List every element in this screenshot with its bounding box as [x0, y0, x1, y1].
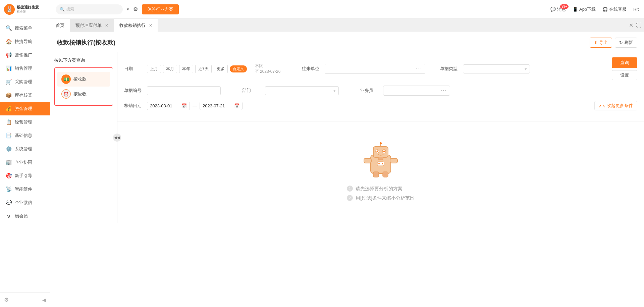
calendar-end-icon[interactable]: 📅	[234, 103, 239, 108]
refresh-btn[interactable]: ↻ 刷新	[615, 38, 637, 48]
message-icon: 💬	[550, 7, 556, 12]
filter-rows: 日期 上月 本月 本年 近7天 更多 自定义	[117, 52, 644, 121]
query-option-payment[interactable]: 💵 按收款	[57, 72, 110, 87]
service-icon: 🎧	[602, 7, 608, 12]
logo: 🐰 畅捷通好生意 标准版	[0, 0, 50, 19]
filter-actions: 查询 设置	[605, 57, 637, 80]
svg-rect-1	[373, 147, 388, 157]
sidebar-item-hardware[interactable]: 📡 智能硬件	[0, 183, 50, 196]
left-query-panel: 按以下方案查询 💵 按收款 ⏰ 按应收 ◀◀	[50, 52, 117, 223]
collapse-icon: ∧∧	[599, 103, 605, 108]
expand-tab-icon[interactable]: ⛶	[636, 22, 641, 29]
svg-point-5	[383, 151, 385, 152]
filter-verify-date: 核销日期 📅 — 📅	[124, 102, 243, 110]
tab-receipt[interactable]: 收款核销执行 ✕	[114, 19, 158, 32]
topbar-gear-icon[interactable]: ⚙	[133, 6, 138, 12]
svg-rect-11	[373, 172, 379, 177]
app-download-btn[interactable]: 📱 App下载	[573, 6, 596, 12]
query-options-container: 💵 按收款 ⏰ 按应收	[54, 67, 113, 106]
topbar-right: 💬 消息 99+ 📱 App下载 🎧 在线客服 Rit	[550, 6, 639, 12]
tabbar: 首页 预付冲应付单 ✕ 收款核销执行 ✕ ✕ ⛶	[50, 19, 644, 32]
sidebar-item-marketing[interactable]: 📢 营销推广	[0, 48, 50, 62]
setting-btn[interactable]: 设置	[612, 70, 637, 80]
basicinfo-icon: 📑	[5, 132, 12, 139]
inventory-icon: 📦	[5, 92, 12, 99]
sidebar-item-inventory[interactable]: 📦 库存核算	[0, 89, 50, 102]
tab-prepay[interactable]: 预付冲应付单 ✕	[70, 19, 114, 32]
main-area: 🔍 搜索 ▾ ⚙ 休验行业方案 💬 消息 99+ 📱 App下载 🎧 在线客服 …	[50, 0, 644, 307]
date-btn-last-month[interactable]: 上月	[147, 65, 161, 73]
verify-date-end-wrap[interactable]: 📅	[200, 102, 243, 110]
date-btn-this-month[interactable]: 本月	[163, 65, 177, 73]
sidebar-item-guide[interactable]: 🎯 新手引导	[0, 169, 50, 183]
date-btn-7days[interactable]: 近7天	[195, 65, 212, 73]
sidebar-bottom: ⚙ ◀	[0, 292, 50, 307]
hardware-icon: 📡	[5, 186, 12, 193]
logo-icon: 🐰	[4, 4, 15, 15]
industry-btn[interactable]: 休验行业方案	[142, 4, 179, 14]
collapse-sidebar-icon[interactable]: ◀	[42, 297, 46, 303]
close-tab-icon[interactable]: ✕	[629, 22, 633, 29]
verify-date-end-input[interactable]	[203, 103, 233, 108]
filter-row-2: 单据编号 部门 ▾ 业务员	[124, 86, 637, 96]
partner-select[interactable]: ···	[325, 64, 425, 74]
search-icon: 🔍	[5, 25, 12, 32]
sidebar-item-search[interactable]: 🔍 搜索菜单	[0, 21, 50, 35]
svg-point-8	[380, 142, 382, 144]
filter-doctype: 单据类型 ▾	[440, 64, 530, 73]
docno-input[interactable]	[147, 86, 221, 95]
topbar-search[interactable]: 🔍 搜索	[56, 4, 123, 14]
sidebar-item-purchase[interactable]: 🛒 采购管理	[0, 75, 50, 89]
filter-staff: 业务员 ···	[360, 86, 450, 96]
export-btn[interactable]: ⬆ 导出	[590, 38, 612, 48]
collapse-conditions-btn[interactable]: ∧∧ 收起更多条件	[594, 101, 637, 110]
calendar-start-icon[interactable]: 📅	[181, 103, 187, 108]
service-btn[interactable]: 🎧 在线客服	[602, 6, 627, 12]
sidebar: 🐰 畅捷通好生意 标准版 🔍 搜索菜单 🏠 快捷导航 📢 营销推广 📊 销售管理…	[0, 0, 50, 307]
sidebar-item-quicknav[interactable]: 🏠 快捷导航	[0, 35, 50, 48]
query-btn[interactable]: 查询	[612, 57, 637, 68]
staff-dots-icon[interactable]: ···	[441, 88, 447, 94]
message-btn[interactable]: 💬 消息 99+	[550, 6, 566, 12]
user-info[interactable]: Rit	[633, 7, 639, 12]
sidebar-item-system[interactable]: ⚙️ 系统管理	[0, 142, 50, 156]
sidebar-item-wechat[interactable]: 💬 企业微信	[0, 196, 50, 209]
svg-rect-12	[383, 172, 388, 177]
sidebar-item-operations[interactable]: 📋 经营管理	[0, 115, 50, 129]
partner-dots-icon[interactable]: ···	[416, 66, 422, 72]
settings-icon[interactable]: ⚙	[4, 297, 9, 303]
filter-partner: 往来单位 ···	[302, 64, 425, 74]
tab-receipt-close[interactable]: ✕	[149, 23, 152, 28]
tab-home[interactable]: 首页	[50, 19, 70, 32]
staff-select[interactable]: ···	[383, 86, 450, 96]
marketing-icon: 📢	[5, 52, 12, 58]
svg-point-14	[378, 163, 380, 164]
tab-prepay-close[interactable]: ✕	[105, 23, 108, 28]
empty-illustration	[361, 142, 401, 178]
topbar: 🔍 搜索 ▾ ⚙ 休验行业方案 💬 消息 99+ 📱 App下载 🎧 在线客服 …	[50, 0, 644, 19]
sales-icon: 📊	[5, 65, 12, 72]
sidebar-item-vip[interactable]: V 畅会员	[0, 209, 50, 223]
sidebar-item-sales[interactable]: 📊 销售管理	[0, 62, 50, 75]
vip-icon: V	[5, 213, 12, 219]
dept-select[interactable]: ▾	[265, 86, 339, 95]
sidebar-item-finance[interactable]: 💰 资金管理	[0, 102, 50, 115]
date-btn-this-year[interactable]: 本年	[179, 65, 193, 73]
sidebar-nav: 🔍 搜索菜单 🏠 快捷导航 📢 营销推广 📊 销售管理 🛒 采购管理 📦 库存核…	[0, 19, 50, 292]
date-btn-custom[interactable]: 自定义	[230, 65, 247, 72]
date-btn-more[interactable]: 更多	[214, 65, 228, 73]
collapse-panel-arrow[interactable]: ◀◀	[113, 134, 121, 142]
svg-point-15	[382, 163, 383, 164]
filter-date: 日期 上月 本月 本年 近7天 更多 自定义	[124, 65, 247, 73]
doctype-select[interactable]: ▾	[463, 64, 530, 73]
date-custom-display: 不限 至 2023-07-26	[255, 63, 281, 74]
verify-date-start-wrap[interactable]: 📅	[147, 102, 190, 110]
topbar-dropdown-icon[interactable]: ▾	[127, 7, 129, 12]
sidebar-item-basicinfo[interactable]: 📑 基础信息	[0, 129, 50, 142]
guide-icon: 🎯	[5, 172, 12, 179]
empty-tips: 1 请先选择要分析的方案 2 用[过滤]条件来缩小分析范围	[347, 184, 415, 203]
verify-date-start-input[interactable]	[150, 103, 180, 108]
query-option-receivable[interactable]: ⏰ 按应收	[57, 87, 110, 101]
sidebar-item-enterprise[interactable]: 🏢 企业协同	[0, 156, 50, 169]
page-actions: ⬆ 导出 ↻ 刷新	[590, 38, 637, 48]
